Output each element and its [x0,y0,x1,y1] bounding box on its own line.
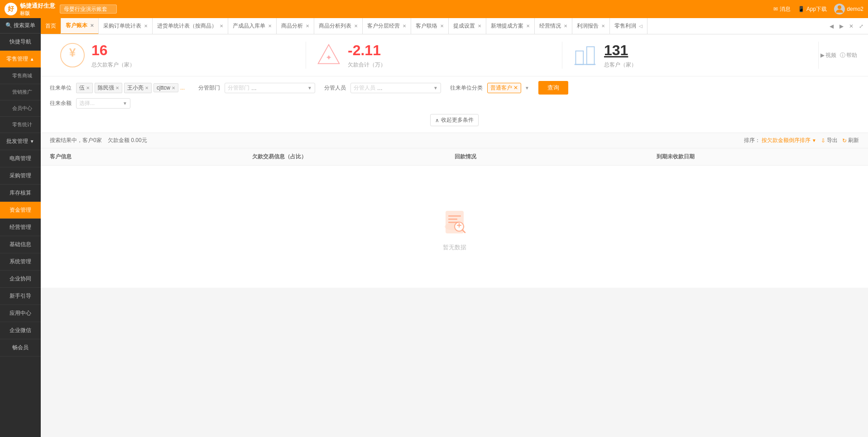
collapse-btn[interactable]: ∧ 收起更多条件 [430,114,479,126]
unit-tag-4[interactable]: cjttcw ✕ [153,83,178,92]
filter-row-1: 往来单位 伍 ✕ 陈民强 ✕ 王小亮 [50,81,859,95]
tab-bar: 首页 客户账本 ✕ 采购订单统计表 ✕ 进货单统计表（按商品） ✕ 产成品入库单… [41,18,868,34]
unit-tag-3-remove[interactable]: ✕ [145,86,149,90]
tab-expand-btn[interactable]: ⤢ [857,22,865,30]
export-icon: ⇩ [821,138,825,144]
unit-tags-more[interactable]: ... [180,85,185,91]
sidebar-item-inventory[interactable]: 库存核算 [0,185,41,202]
tab-profit-report[interactable]: 利润报告 ✕ [572,18,610,34]
unit-tag-1-remove[interactable]: ✕ [86,86,90,90]
tab-close-profit[interactable]: ✕ [601,24,605,28]
tab-product-analysis-list[interactable]: 商品分析列表 ✕ [314,18,363,34]
account-selector[interactable]: 母婴行业演示账套 [60,5,117,14]
unit-tag-2-remove[interactable]: ✕ [115,86,119,90]
tab-close-accounts[interactable]: ✕ [90,23,94,28]
chevron-down-icon: ▲ [30,57,34,62]
sidebar-item-ecommerce[interactable]: 电商管理 [0,150,41,167]
total-customers-value: 131 [604,42,809,59]
sidebar-item-retail[interactable]: 零售管理 ▲ [0,51,41,68]
stat-overdue-amount: ✦ -2.11 欠款合计（万） [306,42,562,69]
unit-tag-4-remove[interactable]: ✕ [172,86,175,90]
sidebar-item-new-guide[interactable]: 新手引导 [0,288,41,305]
tab-production[interactable]: 产成品入库单 ✕ [228,18,277,34]
unit-type-tag-1[interactable]: 普通客户 ✕ [487,83,521,93]
overdue-amount-label: 欠款合计（万） [348,61,553,69]
tab-close-customer-contact[interactable]: ✕ [440,24,444,28]
tab-accounts[interactable]: 客户账本 ✕ [61,18,99,34]
tab-close-inbound[interactable]: ✕ [220,24,223,28]
total-customers-icon [571,42,599,69]
tab-close-production[interactable]: ✕ [268,24,272,28]
balance-filter-input[interactable]: 选择... ▼ [76,98,130,109]
tab-promotion-settings[interactable]: 提成设置 ✕ [449,18,486,34]
tab-customer-contact[interactable]: 客户联络 ✕ [411,18,449,34]
tab-close-promotion[interactable]: ✕ [478,24,481,28]
person-dots[interactable]: ... [377,84,383,91]
sidebar-item-operations[interactable]: 经营管理 [0,219,41,236]
tab-inbound-stats[interactable]: 进货单统计表（按商品） ✕ [153,18,228,34]
sidebar-item-enterprise-wechat[interactable]: 企业微信 [0,322,41,339]
sidebar-item-quick-nav[interactable]: 快捷导航 [0,33,41,51]
unit-type-tag-remove[interactable]: ✕ [513,85,518,91]
table-header: 客户信息 欠款交易信息（占比） 回款情况 到期未收款日期 [41,148,868,166]
total-customers-label: 总客户（家） [604,61,809,69]
tab-purchase-stats[interactable]: 采购订单统计表 ✕ [99,18,153,34]
sidebar-item-retail-stats[interactable]: 零售统计 [0,117,41,133]
empty-state: 暂无数据 [41,166,868,288]
person-filter-input[interactable]: 分管人员 ... ▼ [350,83,441,93]
tab-customer-tier[interactable]: 客户分层经营 ✕ [363,18,411,34]
unit-tag-3[interactable]: 王小亮 ✕ [124,83,152,93]
phone-icon: 📱 [798,6,805,12]
col-customer-info: 客户信息 [50,153,252,161]
tab-close-retail-profit[interactable]: ◁ [639,24,643,28]
overdue-amount-icon: ✦ [315,42,342,69]
tab-home[interactable]: 首页 [41,18,61,34]
tab-close-purchase[interactable]: ✕ [144,24,148,28]
unit-tag-1[interactable]: 伍 ✕ [76,83,93,93]
tab-close-product-analysis[interactable]: ✕ [306,24,309,28]
sidebar-item-system[interactable]: 系统管理 [0,253,41,271]
unit-type-dropdown-icon: ▼ [525,86,529,90]
sidebar-search[interactable]: 🔍 搜索菜单 [0,18,41,33]
dept-filter-label: 分管部门 [198,84,220,92]
sidebar-item-vip[interactable]: 畅会员 [0,339,41,356]
sidebar-item-basic[interactable]: 基础信息 [0,236,41,253]
sidebar-item-wholesale[interactable]: 批发管理 ▼ [0,133,41,150]
message-icon: ✉ [773,6,778,12]
tab-close-new-promotion[interactable]: ✕ [526,24,530,28]
result-actions: 排序： 按欠款金额倒序排序 ▼ ⇩ 导出 ↻ 刷新 [744,137,859,144]
overdue-customers-value: 16 [91,42,297,59]
tab-operations[interactable]: 经营情况 ✕ [535,18,572,34]
tab-close-product-list[interactable]: ✕ [354,24,358,28]
sidebar-item-purchase[interactable]: 采购管理 [0,167,41,185]
help-btn[interactable]: ⓘ 帮助 [840,52,857,59]
sidebar-item-member[interactable]: 会员中心 [0,100,41,117]
tab-retail-profit[interactable]: 零售利润 ◁ [610,18,647,34]
tab-product-analysis[interactable]: 商品分析 ✕ [277,18,314,34]
tab-new-promotion[interactable]: 新增提成方案 ✕ [486,18,535,34]
sidebar-item-enterprise[interactable]: 企业协同 [0,271,41,288]
sidebar-item-app-center[interactable]: 应用中心 [0,305,41,322]
svg-rect-11 [448,218,457,220]
refresh-btn[interactable]: ↻ 刷新 [842,137,859,144]
tab-close-customer-tier[interactable]: ✕ [403,24,406,28]
person-filter-label: 分管人员 [324,84,346,92]
dept-filter-input[interactable]: 分管部门 ... ▼ [225,83,315,93]
stat-overdue-customers: ¥ 16 总欠款客户（家） [50,42,306,69]
sidebar-item-finance[interactable]: 资金管理 [0,202,41,219]
dept-dots[interactable]: ... [251,84,257,91]
video-help-btn[interactable]: ▶ 视频 [820,52,836,59]
tab-next-btn[interactable]: ▶ [837,22,845,30]
message-btn[interactable]: ✉ 消息 [773,5,791,13]
sidebar-item-marketing[interactable]: 营销推广 [0,84,41,100]
tab-close-all-btn[interactable]: ✕ [847,22,855,30]
query-button[interactable]: 查询 [538,81,568,95]
app-download-btn[interactable]: 📱 App下载 [798,5,827,13]
sidebar-item-retail-mall[interactable]: 零售商城 [0,68,41,84]
unit-tag-2[interactable]: 陈民强 ✕ [95,83,122,93]
user-menu[interactable]: demo2 [834,4,863,14]
help-icon: ⓘ [840,52,845,59]
tab-close-operations[interactable]: ✕ [564,24,567,28]
export-btn[interactable]: ⇩ 导出 [821,137,838,144]
tab-prev-btn[interactable]: ◀ [827,22,835,30]
